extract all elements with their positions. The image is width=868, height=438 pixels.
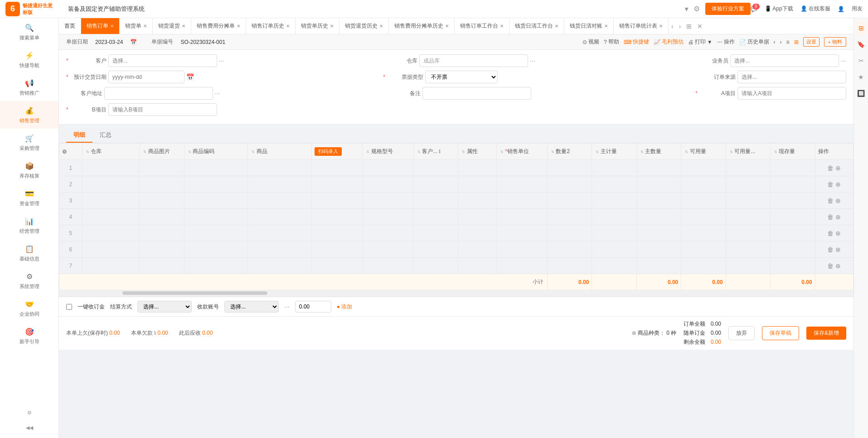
row-attr-2[interactable] — [458, 176, 496, 193]
row-spec-6[interactable] — [363, 241, 413, 258]
tab-menu-btn[interactable]: ⊞ — [684, 23, 694, 30]
tab-close-icon[interactable]: ✕ — [659, 24, 663, 29]
row-warehouse-2[interactable] — [82, 176, 140, 193]
row-warehouse-5[interactable] — [82, 225, 140, 241]
customer-dots-btn[interactable]: ··· — [219, 57, 224, 64]
row-customer-6[interactable] — [413, 241, 458, 258]
page-nav-prev[interactable]: ‹ — [774, 39, 776, 45]
warehouse-input[interactable] — [419, 54, 528, 67]
row-main-qty-7[interactable] — [636, 258, 681, 274]
row-attr-3[interactable] — [458, 193, 496, 209]
tab-close-icon[interactable]: ✕ — [604, 24, 608, 29]
col-unit-header[interactable]: ⇅ *销售单位 — [496, 144, 547, 160]
save-new-btn[interactable]: 保存&新增 — [806, 327, 846, 340]
row-delete-5[interactable]: 🗑 — [827, 230, 834, 237]
row-unit-1[interactable] — [496, 160, 547, 176]
tab-sales-order[interactable]: 销售订单 ✕ — [81, 18, 120, 34]
right-panel-icon-2[interactable]: 🔖 — [855, 38, 868, 51]
row-customer-3[interactable] — [413, 193, 458, 209]
col-warehouse-header[interactable]: ⇅ 仓库 — [82, 144, 140, 160]
row-attr-7[interactable] — [458, 258, 496, 274]
sidebar-item-finance[interactable]: 💳 资金管理 — [0, 184, 58, 212]
table-scrollbar[interactable] — [59, 291, 853, 297]
tab-close-icon[interactable]: ✕ — [500, 24, 504, 29]
address-input[interactable] — [104, 87, 213, 100]
row-qty2-7[interactable] — [548, 258, 592, 274]
row-copy-2[interactable]: ⊕ — [835, 181, 841, 188]
row-delete-3[interactable]: 🗑 — [827, 197, 834, 204]
row-attr-5[interactable] — [458, 225, 496, 241]
row-main-qty-3[interactable] — [636, 193, 681, 209]
row-code-3[interactable] — [184, 193, 248, 209]
row-customer-2[interactable] — [413, 176, 458, 193]
project-a-input[interactable] — [737, 87, 846, 100]
tab-prev-btn[interactable]: ‹ — [669, 23, 676, 30]
col-spec-header[interactable]: ⇅ 规格型号 — [363, 144, 413, 160]
row-code-2[interactable] — [184, 176, 248, 193]
grid-view-icon[interactable]: ⊞ — [794, 39, 799, 45]
col-image-header[interactable]: ⇅ 商品图片 — [140, 144, 184, 160]
tab-fee-history[interactable]: 销售费用分摊单历史 ✕ — [389, 18, 455, 34]
right-panel-icon-5[interactable]: 🔲 — [855, 87, 868, 100]
row-delete-4[interactable]: 🗑 — [827, 213, 834, 221]
col-main-qty-header[interactable]: ⇅ 主数量 — [636, 144, 681, 160]
row-unit-4[interactable] — [496, 209, 547, 225]
row-copy-4[interactable]: ⊕ — [835, 213, 841, 221]
row-spec-7[interactable] — [363, 258, 413, 274]
row-code-5[interactable] — [184, 225, 248, 241]
salesperson-input[interactable] — [730, 54, 839, 67]
tab-home[interactable]: 首页 — [59, 18, 81, 34]
online-service-link[interactable]: 👤 在线客服 — [800, 5, 830, 13]
row-main-qty-2[interactable] — [636, 176, 681, 193]
row-qty2-2[interactable] — [548, 176, 592, 193]
row-main-qty-5[interactable] — [636, 225, 681, 241]
sub-tab-summary[interactable]: 汇总 — [92, 128, 119, 143]
row-delete-2[interactable]: 🗑 — [827, 181, 834, 188]
sidebar-item-sales[interactable]: 💰 销售管理 — [0, 101, 58, 129]
system-expand-icon[interactable]: ▼ — [684, 5, 690, 13]
tab-stats[interactable]: 销售订单统计表 ✕ — [614, 18, 669, 34]
row-copy-5[interactable]: ⊕ — [835, 230, 841, 237]
sidebar-settings-btn[interactable]: ⚙ — [0, 406, 58, 419]
row-code-6[interactable] — [184, 241, 248, 258]
row-name-7[interactable] — [248, 258, 312, 274]
row-unit-2[interactable] — [496, 176, 547, 193]
row-qty2-3[interactable] — [548, 193, 592, 209]
col-main-unit-header[interactable]: ⇅ 主计量 — [592, 144, 636, 160]
user-avatar[interactable]: 👤 — [838, 6, 844, 12]
row-main-qty-1[interactable] — [636, 160, 681, 176]
tab-close-icon[interactable]: ✕ — [555, 24, 558, 29]
remark-input[interactable] — [422, 87, 531, 100]
col-available-header[interactable]: ⇅ 可用量 — [681, 144, 726, 160]
row-name-4[interactable] — [248, 209, 312, 225]
action-btn[interactable]: ⋯ 操作 — [717, 38, 735, 46]
quick-order-checkbox[interactable] — [66, 304, 72, 310]
sidebar-item-marketing[interactable]: 📢 营销推广 — [0, 73, 58, 101]
row-code-4[interactable] — [184, 209, 248, 225]
row-qty2-6[interactable] — [548, 241, 592, 258]
sidebar-item-inventory[interactable]: 📦 库存核算 — [0, 156, 58, 184]
row-delete-7[interactable]: 🗑 — [827, 262, 834, 270]
tab-sales-bill-history[interactable]: 销货单历史 ✕ — [296, 18, 339, 34]
shortcut-btn[interactable]: ⌨ 快捷键 — [624, 38, 649, 46]
row-name-6[interactable] — [248, 241, 312, 258]
row-copy-3[interactable]: ⊕ — [835, 197, 841, 204]
row-copy-6[interactable]: ⊕ — [835, 246, 841, 253]
row-main-qty-6[interactable] — [636, 241, 681, 258]
settings-btn[interactable]: 设置 — [803, 37, 820, 47]
row-warehouse-1[interactable] — [82, 160, 140, 176]
col-settings-header[interactable]: ⚙ — [59, 144, 82, 160]
account-select[interactable]: 选择... — [224, 301, 279, 313]
invoice-type-select[interactable]: 不开票 增值税专用发票 增值税普通发票 — [425, 71, 498, 83]
right-panel-icon-4[interactable]: ★ — [855, 71, 868, 83]
customer-input[interactable] — [108, 54, 217, 67]
list-view-icon[interactable]: ≡ — [786, 39, 790, 45]
industry-btn[interactable]: 体验行业方案 — [705, 3, 751, 15]
row-name-5[interactable] — [248, 225, 312, 241]
tab-close-icon[interactable]: ✕ — [110, 24, 114, 29]
tab-close-icon[interactable]: ✕ — [330, 24, 334, 29]
order-source-input[interactable] — [737, 71, 846, 83]
row-name-2[interactable] — [248, 176, 312, 193]
right-panel-icon-1[interactable]: ⊞ — [855, 22, 868, 34]
address-dots-btn[interactable]: ··· — [215, 90, 220, 97]
